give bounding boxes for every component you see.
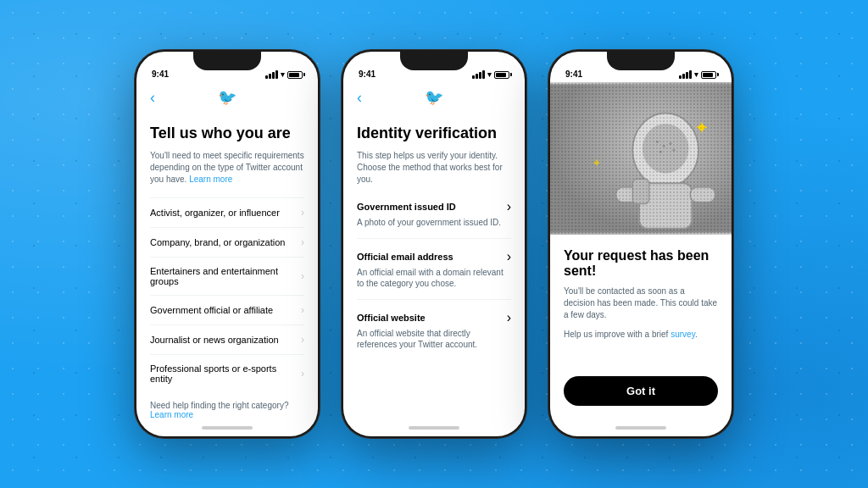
- help-text-1: Need help finding the right category? Le…: [150, 401, 304, 419]
- battery-icon: [287, 71, 303, 79]
- verification-item-3[interactable]: Official website › An official website t…: [357, 310, 511, 360]
- phone-3-screen: 9:41 ▾: [550, 52, 732, 436]
- chevron-icon: ›: [301, 270, 304, 282]
- screen-title-2: Identity verification: [357, 125, 511, 143]
- chevron-icon: ›: [507, 310, 511, 325]
- battery-icon: [701, 71, 716, 79]
- signal-icon: [265, 70, 278, 79]
- screen-content-1: Tell us who you are You'll need to meet …: [136, 113, 318, 419]
- verification-item-1[interactable]: Government issued ID › A photo of your g…: [357, 199, 511, 239]
- survey-link[interactable]: survey: [670, 330, 695, 339]
- learn-more-link-1[interactable]: Learn more: [189, 175, 232, 184]
- list-item[interactable]: Professional sports or e-sports entity ›: [150, 354, 304, 392]
- status-icons-2: ▾: [472, 70, 509, 79]
- home-indicator-2: [343, 419, 525, 436]
- help-learn-more-link[interactable]: Learn more: [150, 410, 193, 419]
- status-icons-1: ▾: [265, 70, 303, 79]
- twitter-logo-2: 🐦: [425, 88, 443, 107]
- time-3: 9:41: [565, 69, 582, 79]
- list-item[interactable]: Entertainers and entertainment groups ›: [150, 257, 304, 295]
- chevron-icon: ›: [507, 199, 511, 214]
- phone-1: 9:41 ▾ ‹ 🐦: [134, 49, 320, 439]
- screen-title-1: Tell us who you are: [150, 125, 304, 143]
- chevron-icon: ›: [301, 207, 304, 219]
- survey-text: Help us improve with a brief survey.: [564, 330, 718, 339]
- signal-icon: [679, 70, 692, 79]
- verification-list: Government issued ID › A photo of your g…: [357, 199, 511, 360]
- chevron-icon: ›: [301, 304, 304, 316]
- screen-content-2: Identity verification This step helps us…: [343, 113, 525, 419]
- chevron-icon: ›: [301, 334, 304, 346]
- phone-2-frame: 9:41 ▾ ‹ 🐦: [341, 49, 527, 439]
- screen-subtitle-1: You'll need to meet specific requirement…: [150, 150, 304, 186]
- halftone-overlay: [550, 82, 732, 235]
- ver-header-3: Official website ›: [357, 310, 511, 325]
- signal-icon: [472, 70, 485, 79]
- phone-notch-1: [193, 52, 261, 70]
- phone-3: 9:41 ▾: [548, 49, 734, 439]
- success-title: Your request has been sent!: [564, 248, 718, 279]
- time-2: 9:41: [359, 69, 376, 79]
- back-button-2[interactable]: ‹: [357, 89, 362, 107]
- home-indicator-1: [136, 419, 318, 436]
- list-item[interactable]: Activist, organizer, or influencer ›: [150, 197, 304, 227]
- nav-bar-1: ‹ 🐦: [136, 82, 318, 113]
- time-1: 9:41: [152, 69, 169, 79]
- phone-3-frame: 9:41 ▾: [548, 49, 734, 439]
- success-content: Your request has been sent! You'll be co…: [550, 235, 732, 419]
- phone-notch-2: [400, 52, 468, 70]
- list-item[interactable]: Company, brand, or organization ›: [150, 227, 304, 257]
- ver-header-1: Government issued ID ›: [357, 199, 511, 214]
- battery-icon: [494, 71, 509, 79]
- wifi-icon: ▾: [281, 70, 285, 79]
- wifi-icon: ▾: [487, 70, 492, 79]
- phone-2-screen: 9:41 ▾ ‹ 🐦: [343, 52, 525, 436]
- chevron-icon: ›: [301, 236, 304, 248]
- chevron-icon: ›: [507, 249, 511, 264]
- phone-notch-3: [607, 52, 675, 70]
- category-list: Activist, organizer, or influencer › Com…: [150, 197, 304, 392]
- verification-item-2[interactable]: Official email address › An official ema…: [357, 249, 511, 300]
- phone-1-screen: 9:41 ▾ ‹ 🐦: [136, 52, 318, 436]
- list-item[interactable]: Government official or affiliate ›: [150, 295, 304, 324]
- success-desc: You'll be contacted as soon as a decisio…: [564, 286, 718, 321]
- astronaut-image: ✦ ✦: [550, 82, 732, 235]
- screen-subtitle-2: This step helps us verify your identity.…: [357, 150, 511, 186]
- nav-bar-2: ‹ 🐦: [343, 82, 525, 113]
- astronaut-graphic: ✦ ✦: [550, 82, 732, 235]
- got-it-button[interactable]: Got it: [564, 376, 718, 406]
- list-item[interactable]: Journalist or news organization ›: [150, 324, 304, 354]
- back-button-1[interactable]: ‹: [150, 89, 155, 107]
- phone-2: 9:41 ▾ ‹ 🐦: [341, 49, 527, 439]
- ver-header-2: Official email address ›: [357, 249, 511, 264]
- phone-1-frame: 9:41 ▾ ‹ 🐦: [134, 49, 320, 439]
- wifi-icon: ▾: [694, 70, 698, 79]
- twitter-logo-1: 🐦: [218, 88, 236, 107]
- chevron-icon: ›: [301, 368, 304, 380]
- status-icons-3: ▾: [679, 70, 716, 79]
- home-indicator-3: [550, 419, 732, 436]
